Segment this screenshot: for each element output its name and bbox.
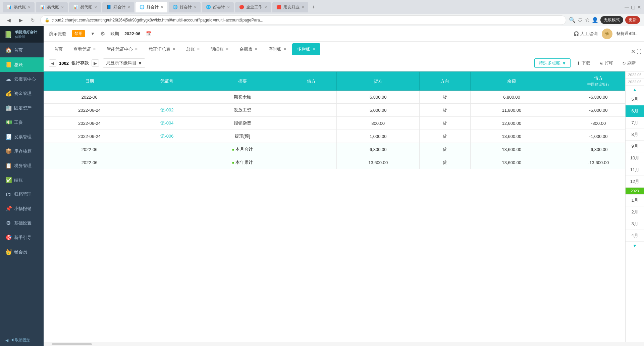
voucher-link-3[interactable]: 记-004 xyxy=(160,120,173,126)
tab-close-1[interactable]: ✕ xyxy=(28,5,31,9)
search-icon[interactable]: 🔍 xyxy=(569,17,576,23)
new-tab-button[interactable]: + xyxy=(310,3,318,11)
sidebar-item-funds[interactable]: 💰 资金管理 xyxy=(0,86,44,101)
settings-top-icon[interactable]: ⚙ xyxy=(100,31,105,37)
browser-tab-3[interactable]: 📊 易代账 ✕ xyxy=(69,2,101,12)
tab-smart-close[interactable]: ✕ xyxy=(135,47,138,51)
browser-tab-4[interactable]: 📘 好会计 ✕ xyxy=(102,2,134,12)
browser-tab-2[interactable]: 📊 易代账 ✕ xyxy=(36,2,68,12)
month-item-mar[interactable]: 3月 xyxy=(626,218,644,230)
minimize-icon[interactable]: ─ xyxy=(625,4,629,11)
browser-tab-7[interactable]: 🌐 好会计 ✕ xyxy=(202,2,234,12)
shield-icon[interactable]: 🛡 xyxy=(578,17,583,23)
browser-tab-1[interactable]: 📊 易代账 ✕ xyxy=(3,2,35,12)
sidebar-item-expense[interactable]: 📌 小畅报销 xyxy=(0,201,44,216)
browser-tab-8[interactable]: 🔴 企业工作 ✕ xyxy=(235,2,271,12)
reload-button[interactable]: ↻ xyxy=(28,15,38,25)
month-item-dec[interactable]: 12月 xyxy=(626,176,644,188)
voucher-link-2[interactable]: 记-002 xyxy=(160,107,173,112)
sidebar-item-guide[interactable]: 🎯 新手引导 xyxy=(0,230,44,245)
multi-col-button[interactable]: 特殊多栏账 ▼ xyxy=(534,58,571,68)
unpin-button[interactable]: ◀ ◀ 取消固定 xyxy=(0,334,44,346)
month-item-may[interactable]: 5月 xyxy=(626,94,644,105)
tab-gl-close[interactable]: ✕ xyxy=(197,47,200,51)
tab-view-close[interactable]: ✕ xyxy=(93,47,96,51)
sidebar-item-archive[interactable]: 🗂 归档管理 xyxy=(0,187,44,201)
tab-label-7: 好会计 xyxy=(213,4,225,10)
month-item-apr[interactable]: 4月 xyxy=(626,230,644,242)
voucher-link-4[interactable]: 记-006 xyxy=(160,134,173,139)
tab-jrn-close[interactable]: ✕ xyxy=(283,47,286,51)
sidebar-item-ledger[interactable]: 📒 总账 xyxy=(0,57,44,72)
tab-voucher-summary[interactable]: 凭证汇总表 ✕ xyxy=(144,43,180,55)
forward-button[interactable]: ▶ xyxy=(16,15,25,25)
tab-close-6[interactable]: ✕ xyxy=(194,5,197,9)
download-button[interactable]: ⬇ 下载 xyxy=(574,59,593,67)
update-button[interactable]: 更新 xyxy=(625,16,640,24)
tab-close-icon[interactable]: ✕ xyxy=(631,48,635,55)
url-input[interactable]: 🔒 cloud2.chanjet.com/accounting/uh26t264… xyxy=(40,15,566,25)
tab-smart-voucher[interactable]: 智能凭证中心 ✕ xyxy=(102,43,143,55)
scrollbar-thumb[interactable] xyxy=(52,343,92,345)
sidebar-item-invoice[interactable]: 🧾 发票管理 xyxy=(0,130,44,144)
month-item-oct[interactable]: 10月 xyxy=(626,152,644,164)
sidebar-item-fixed-assets[interactable]: 🏢 固定资产 xyxy=(0,101,44,115)
tab-bal-close[interactable]: ✕ xyxy=(255,47,258,51)
back-button[interactable]: ◀ xyxy=(4,15,13,25)
browser-tab-9[interactable]: 🟥 用友好业 ✕ xyxy=(272,2,308,12)
month-scroll-up-button[interactable]: ▲ xyxy=(631,86,639,94)
tab-close-8[interactable]: ✕ xyxy=(264,5,267,9)
tab-close-3[interactable]: ✕ xyxy=(94,5,97,9)
sidebar-item-member[interactable]: 👑 畅会员 xyxy=(0,245,44,259)
month-scroll-down-button[interactable]: ▼ xyxy=(631,242,639,250)
tab-mc-close[interactable]: ✕ xyxy=(312,47,315,51)
tab-detail-ledger[interactable]: 明细账 ✕ xyxy=(206,43,234,55)
tab-close-9[interactable]: ✕ xyxy=(302,5,304,9)
incognito-button[interactable]: 无痕模式 xyxy=(600,16,623,24)
tab-close-7[interactable]: ✕ xyxy=(227,5,230,9)
ledger-toolbar: ◀ 1002 银行存款 ▶ 只显示下级科目 ▼ 特殊多栏账 ▼ ⬇ xyxy=(44,55,644,71)
tab-vsum-close[interactable]: ✕ xyxy=(172,47,175,51)
tab-view-voucher[interactable]: 查看凭证 ✕ xyxy=(68,43,101,55)
sidebar-item-tax[interactable]: 📋 税务管理 xyxy=(0,158,44,173)
sidebar-item-close-accounts[interactable]: ✅ 结账 xyxy=(0,173,44,187)
month-item-feb[interactable]: 2月 xyxy=(626,206,644,218)
month-item-nov[interactable]: 11月 xyxy=(626,164,644,176)
consult-button[interactable]: 🎧 人工咨询 xyxy=(574,31,598,37)
sidebar-item-settings[interactable]: ⚙ 基础设置 xyxy=(0,216,44,230)
month-item-jan[interactable]: 1月 xyxy=(626,195,644,206)
month-item-aug[interactable]: 8月 xyxy=(626,129,644,141)
sidebar-item-cloud-reports[interactable]: ☁ 云报表中心 xyxy=(0,72,44,86)
filter-select[interactable]: 只显示下级科目 ▼ xyxy=(103,58,145,68)
profile-icon[interactable]: 👤 xyxy=(592,17,598,23)
tab-balance[interactable]: 余额表 ✕ xyxy=(234,43,263,55)
tab-home[interactable]: 首页 xyxy=(49,43,68,55)
tab-journal[interactable]: 序时账 ✕ xyxy=(263,43,291,55)
calendar-icon[interactable]: 📅 xyxy=(146,31,151,36)
tab-multi-col[interactable]: 多栏账 ✕ xyxy=(292,43,320,55)
month-item-sep[interactable]: 9月 xyxy=(626,141,644,152)
tab-expand-icon[interactable]: ⛶ xyxy=(637,49,641,54)
month-item-july[interactable]: 7月 xyxy=(626,117,644,129)
account-next-button[interactable]: ▶ xyxy=(92,59,99,67)
horizontal-scrollbar[interactable] xyxy=(44,342,644,346)
account-prev-button[interactable]: ◀ xyxy=(49,59,56,67)
tab-close-4[interactable]: ✕ xyxy=(127,5,130,9)
tab-dl-close[interactable]: ✕ xyxy=(226,47,229,51)
sidebar-item-salary[interactable]: 💵 工资 xyxy=(0,115,44,130)
sidebar-item-inventory[interactable]: 📦 库存核算 xyxy=(0,144,44,158)
browser-tab-5[interactable]: 🌐 好会计 ✕ xyxy=(136,2,167,12)
close-icon[interactable]: ✕ xyxy=(637,4,641,10)
tab-close-2[interactable]: ✕ xyxy=(61,5,64,9)
cell-summary-4: 提现[预] xyxy=(199,130,286,143)
star-icon[interactable]: ☆ xyxy=(585,17,590,23)
maximize-icon[interactable]: ▢ xyxy=(631,4,635,10)
print-button[interactable]: 🖨 打印 xyxy=(596,59,616,67)
month-item-june[interactable]: 6月 xyxy=(626,105,644,117)
refresh-button[interactable]: ↻ 刷新 xyxy=(620,59,639,67)
sidebar-item-home[interactable]: 🏠 首页 xyxy=(0,43,44,57)
tab-general-ledger[interactable]: 总账 ✕ xyxy=(181,43,205,55)
browser-tab-6[interactable]: 🌐 好会计 ✕ xyxy=(169,2,201,12)
tab-close-5[interactable]: ✕ xyxy=(161,5,163,9)
dropdown-icon[interactable]: ▼ xyxy=(91,31,95,36)
